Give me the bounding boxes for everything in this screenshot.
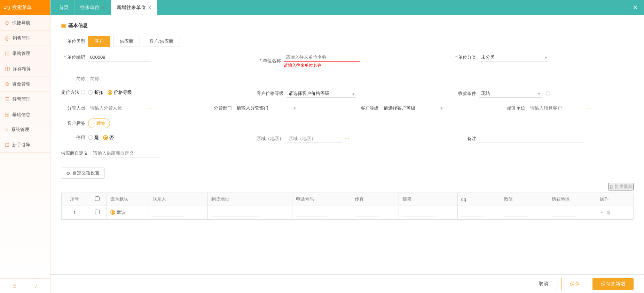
sidebar-item-basic-info[interactable]: ⊞ 基础信息: [0, 107, 50, 122]
user-icon[interactable]: ♪: [34, 282, 38, 290]
sidebar-search-label: 搜索菜单: [12, 5, 32, 11]
table-header-row: 序号 设为默认 联系人 到货地址 电话号码 传真 邮箱 qq 微信: [62, 193, 633, 205]
row-add-icon[interactable]: ＋: [600, 209, 604, 215]
abbr-input[interactable]: [88, 75, 158, 83]
guide-icon: ⊟: [5, 141, 9, 148]
tab-new-counterparty[interactable]: 新增往来单位 ✕: [111, 0, 157, 15]
customer-level-select-wrapper: 请选择客户等级: [382, 104, 444, 112]
supplier-custom-input[interactable]: [91, 149, 160, 157]
inventory-icon: ◫: [5, 65, 10, 72]
customer-level-select[interactable]: 请选择客户等级: [382, 104, 444, 112]
unit-category-select[interactable]: 未分类: [479, 53, 549, 62]
manager-more-btn[interactable]: ···: [147, 105, 151, 111]
close-all-button[interactable]: ✕: [629, 4, 641, 11]
unit-name-field: * 单位名称 请输入往来单位名称: [257, 53, 438, 68]
payment-select[interactable]: 现结: [479, 89, 542, 98]
payment-help-icon[interactable]: ⓘ: [546, 90, 550, 97]
tab-home[interactable]: 首页: [53, 0, 74, 15]
row-qq-input[interactable]: [461, 208, 482, 217]
region-more-btn[interactable]: ···: [345, 136, 350, 142]
region-input[interactable]: [286, 135, 342, 143]
batch-delete-area: 🗑 批量删除: [61, 183, 634, 190]
row-contact-input[interactable]: [152, 208, 184, 217]
unit-name-label: * 单位名称: [257, 58, 281, 64]
sidebar-item-operations[interactable]: ☰ 经营管理: [0, 92, 50, 107]
dept-select-wrapper: 请输入分管部门: [235, 104, 297, 112]
sidebar-item-purchase[interactable]: ⊡ 采购管理: [0, 46, 50, 61]
sidebar: ≡Q 搜索菜单 ⊙ 快捷导航 ◎ 销售管理 ⊡ 采购管理 ◫ 库存核算 ⊕ 资金…: [0, 0, 50, 293]
row-email-input[interactable]: [402, 208, 434, 217]
row-checkbox[interactable]: [95, 210, 100, 214]
pricing-discount-circle: [88, 90, 93, 95]
tab-counterparty[interactable]: 往来单位 ✕: [74, 0, 111, 15]
dept-select[interactable]: 请输入分管部门: [235, 104, 297, 112]
settlement-label: 结算单位: [501, 105, 525, 111]
disabled-no-radio[interactable]: 否: [103, 135, 114, 141]
tab-counterparty-close[interactable]: ✕: [102, 5, 105, 10]
pricing-level-radio[interactable]: 价格等级: [108, 89, 132, 96]
sidebar-item-quick-nav[interactable]: ⊙ 快捷导航: [0, 15, 50, 31]
batch-delete-button[interactable]: 🗑 批量删除: [608, 183, 634, 190]
save-button[interactable]: 保存: [561, 278, 588, 290]
region-field: 区域（地区） ···: [257, 135, 438, 143]
abbr-label: 简称: [61, 76, 85, 82]
form-content: ▣ 基本信息 单位类型 客户 供应商 客户/供应商 * 单位编码: [50, 15, 644, 274]
purchase-icon: ⊡: [5, 50, 9, 57]
pricing-discount-radio[interactable]: 折扣: [88, 89, 103, 96]
sidebar-item-finance[interactable]: ⊕ 资金管理: [0, 76, 50, 92]
pricing-help-icon[interactable]: ⓘ: [81, 90, 85, 95]
unit-name-error: 请输入往来单位名称: [284, 63, 321, 68]
home-icon[interactable]: ⌂: [13, 282, 16, 290]
sidebar-label-purchase: 采购管理: [12, 50, 30, 57]
settlement-input[interactable]: [528, 104, 584, 112]
row-addr-input[interactable]: [211, 208, 260, 217]
sidebar-item-system[interactable]: ○ 系统管理: [0, 122, 50, 137]
abbr-field: 简称: [61, 75, 634, 83]
unit-btn-supplier[interactable]: 供应商: [113, 36, 140, 47]
unit-code-input[interactable]: [88, 53, 151, 62]
unit-name-input[interactable]: [284, 53, 360, 62]
row-default-radio[interactable]: 默认: [110, 209, 145, 215]
row-action-group: ＋ 🗑: [600, 209, 629, 215]
sidebar-item-sales[interactable]: ◎ 销售管理: [0, 31, 50, 46]
row-fax: [351, 205, 399, 220]
cancel-button[interactable]: 取消: [530, 278, 557, 290]
save-new-button[interactable]: 保存并新增: [592, 278, 634, 290]
sidebar-label-system: 系统管理: [11, 127, 29, 133]
th-wechat: 微信: [500, 193, 548, 205]
th-email: 邮箱: [399, 193, 457, 205]
unit-btn-both[interactable]: 客户/供应商: [143, 36, 180, 47]
custom-settings-button[interactable]: ⚙ 自定义项设置: [61, 168, 105, 179]
quick-nav-icon: ⊙: [5, 19, 9, 26]
sidebar-item-inventory[interactable]: ◫ 库存核算: [0, 61, 50, 76]
row-wechat: [500, 205, 548, 220]
th-default: 设为默认: [107, 193, 149, 205]
row-phone-input[interactable]: [296, 208, 327, 217]
row-region-input[interactable]: [552, 208, 576, 217]
add-tag-button[interactable]: + 标签: [88, 119, 110, 128]
pricing-level-circle: [108, 90, 112, 95]
unit-code-field: * 单位编码: [61, 53, 243, 62]
form-divider: [61, 164, 634, 164]
customer-level-field: 客户等级 请选择客户等级: [354, 104, 487, 112]
form-footer: 取消 保存 保存并新增: [50, 274, 644, 293]
customer-price-select[interactable]: 请选择客户价格等级: [286, 89, 356, 98]
disabled-yes-radio[interactable]: 是: [88, 135, 99, 141]
sales-icon: ◎: [5, 35, 10, 41]
remark-input[interactable]: [479, 135, 583, 143]
sidebar-label-operations: 经营管理: [13, 96, 31, 103]
row-num: 1: [62, 205, 88, 220]
sidebar-bottom: ⌂ ♪: [0, 278, 50, 293]
tab-new-counterparty-close[interactable]: ✕: [148, 5, 151, 10]
settlement-more-btn[interactable]: ···: [587, 105, 591, 111]
sidebar-item-guide[interactable]: ⊟ 新手引导: [0, 137, 50, 153]
sidebar-search[interactable]: ≡Q 搜索菜单: [0, 0, 50, 15]
manager-input[interactable]: [88, 104, 144, 112]
row-wechat-input[interactable]: [504, 208, 528, 217]
row-phone: [292, 205, 351, 220]
row-fax-input[interactable]: [355, 208, 379, 217]
row-delete-icon[interactable]: 🗑: [606, 210, 611, 215]
unit-btn-customer[interactable]: 客户: [88, 36, 110, 47]
select-all-checkbox[interactable]: [95, 196, 100, 201]
manager-field: 分管人员 ···: [61, 104, 194, 112]
